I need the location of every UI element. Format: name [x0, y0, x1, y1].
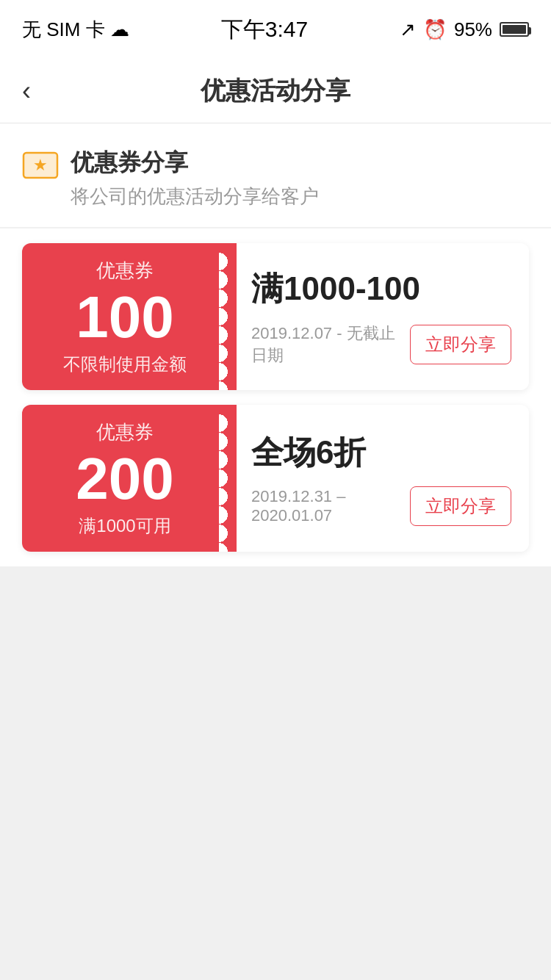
alarm-icon: ⏰: [423, 18, 447, 41]
svg-text:★: ★: [33, 156, 48, 174]
status-left: 无 SIM 卡 ☁: [22, 17, 129, 43]
coupon-amount-1: 100: [76, 288, 173, 347]
status-bar: 无 SIM 卡 ☁ 下午3:47 ↗ ⏰ 95%: [0, 0, 551, 59]
battery-text: 95%: [454, 18, 492, 41]
location-icon: ↗: [400, 18, 416, 41]
coupon-condition-2: 满1000可用: [79, 514, 170, 538]
share-button-2[interactable]: 立即分享: [410, 486, 511, 526]
coupon-left-2: 优惠券 200 满1000可用: [22, 405, 228, 552]
coupon-list: 优惠券 100 不限制使用金额 满1000-100 2019.12.07 - 无…: [0, 228, 551, 566]
section-title: 优惠券分享: [71, 147, 319, 179]
coupon-date-row-2: 2019.12.31 – 2020.01.07 立即分享: [251, 486, 511, 526]
back-button[interactable]: ‹: [22, 76, 31, 107]
coupon-condition-1: 不限制使用金额: [63, 353, 187, 376]
coupon-date-row-1: 2019.12.07 - 无截止日期 立即分享: [251, 323, 511, 367]
coupon-right-2: 全场6折 2019.12.31 – 2020.01.07 立即分享: [228, 405, 529, 552]
section-subtitle: 将公司的优惠活动分享给客户: [71, 184, 319, 209]
coupon-amount-2: 200: [76, 450, 173, 508]
coupon-label-1: 优惠券: [96, 258, 154, 284]
battery-icon: [500, 22, 529, 37]
status-right: ↗ ⏰ 95%: [400, 18, 529, 41]
sim-text: 无 SIM 卡 ☁: [22, 17, 129, 43]
coupon-card-2: 优惠券 200 满1000可用 全场6折 2019.12.31 – 2020.0…: [22, 405, 529, 552]
coupon-date-2: 2019.12.31 – 2020.01.07: [251, 487, 410, 525]
status-time: 下午3:47: [221, 15, 308, 45]
share-button-1[interactable]: 立即分享: [410, 325, 511, 364]
page-title: 优惠活动分享: [201, 74, 350, 108]
section-header: ★ 优惠券分享 将公司的优惠活动分享给客户: [0, 123, 551, 227]
coupon-icon: ★: [22, 147, 59, 184]
coupon-label-2: 优惠券: [96, 419, 154, 445]
coupon-right-1: 满1000-100 2019.12.07 - 无截止日期 立即分享: [228, 243, 529, 390]
nav-bar: ‹ 优惠活动分享: [0, 59, 551, 123]
bottom-background: [0, 566, 551, 934]
coupon-card-1: 优惠券 100 不限制使用金额 满1000-100 2019.12.07 - 无…: [22, 243, 529, 390]
coupon-date-1: 2019.12.07 - 无截止日期: [251, 323, 410, 367]
coupon-left-1: 优惠券 100 不限制使用金额: [22, 243, 228, 390]
coupon-name-1: 满1000-100: [251, 267, 511, 311]
coupon-name-2: 全场6折: [251, 431, 511, 475]
section-text: 优惠券分享 将公司的优惠活动分享给客户: [71, 147, 319, 209]
